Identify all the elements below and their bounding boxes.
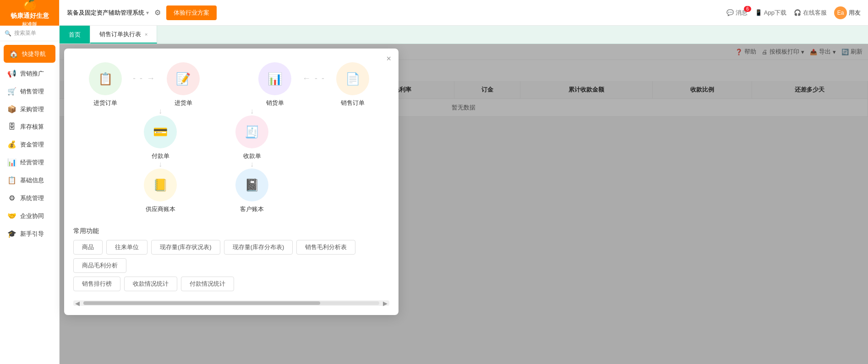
scrollbar-track xyxy=(83,301,379,305)
sidebar-item-finance[interactable]: 💰 资金管理 xyxy=(0,136,59,153)
sales-order-label: 销售订单 xyxy=(341,99,365,107)
settings-icon[interactable]: ⚙ xyxy=(154,8,161,17)
tab-close-icon[interactable]: × xyxy=(145,32,147,37)
payment-label: 付款单 xyxy=(152,152,169,160)
purchase-order-circle: 📋 xyxy=(89,62,122,95)
sidebar-label-system: 系统管理 xyxy=(20,194,44,202)
system-title-text: 装备及固定资产辅助管理系统 xyxy=(67,9,144,17)
flow-item-sales-bill[interactable]: 📊 销货单 xyxy=(247,62,302,107)
sidebar-item-enterprise[interactable]: 🤝 企业协同 xyxy=(0,207,59,225)
common-btn-stock-status[interactable]: 现存量(库存状况表) xyxy=(151,240,220,255)
arrow-down-receipt: ↓ xyxy=(224,160,279,168)
flow-item-sales-order-node[interactable]: 📄 销售订单 xyxy=(325,62,380,107)
flow-row-3: 💳 付款单 🧾 收款单 xyxy=(73,115,389,160)
app-download-btn[interactable]: 📱 App下载 xyxy=(755,9,786,17)
common-functions-section: 常用功能 商品 往来单位 现存量(库存状况表) 现存量(库存分布表) 销售毛利分… xyxy=(73,223,389,296)
scroll-right-icon[interactable]: ▶ xyxy=(381,300,389,307)
basic-icon: 📋 xyxy=(7,176,16,185)
sales-icon: 🛒 xyxy=(7,87,16,96)
purchase-bill-label: 进货单 xyxy=(175,99,192,107)
tab-sales-order[interactable]: 销售订单执行表 × xyxy=(90,26,157,43)
scrollbar-thumb xyxy=(83,301,320,305)
tab-home[interactable]: 首页 xyxy=(60,26,90,43)
common-btn-sales-rank[interactable]: 销售排行榜 xyxy=(73,277,120,291)
system-icon: ⚙ xyxy=(7,194,16,202)
sidebar-item-sales[interactable]: 🛒 销售管理 xyxy=(0,82,59,100)
purchase-icon: 📦 xyxy=(7,105,16,114)
try-btn[interactable]: 体验行业方案 xyxy=(166,5,217,20)
sidebar-item-operation[interactable]: 📊 经营管理 xyxy=(0,153,59,171)
search-icon: 🔍 xyxy=(5,30,11,37)
common-btn-stock-dist[interactable]: 现存量(库存分布表) xyxy=(224,240,293,255)
common-functions-title: 常用功能 xyxy=(73,227,389,235)
common-btn-goods-gross[interactable]: 商品毛利分析 xyxy=(73,258,126,273)
flow-section: 📋 进货订单 - - → 📝 进货单 📊 xyxy=(73,58,389,223)
modal-overlay: × 📋 进货订单 - - → 📝 进货单 xyxy=(60,44,868,364)
user-name: 用友 xyxy=(849,9,861,17)
guide-icon: 🎓 xyxy=(7,229,16,238)
online-service-btn[interactable]: 🎧 在线客服 xyxy=(794,9,827,17)
common-btn-goods[interactable]: 商品 xyxy=(73,240,103,255)
supplier-ledger-label: 供应商账本 xyxy=(146,205,175,213)
header-actions: 💬 消息 6 📱 App下载 🎧 在线客服 Ea 用友 xyxy=(726,6,861,19)
sidebar-label-inventory: 库存核算 xyxy=(20,123,44,131)
common-btn-receipt-stats[interactable]: 收款情况统计 xyxy=(124,277,177,291)
modal-close-btn[interactable]: × xyxy=(386,54,391,64)
scroll-left-icon[interactable]: ◀ xyxy=(73,300,82,307)
sales-order-tab-label: 销售订单执行表 xyxy=(99,30,141,38)
customer-ledger-circle: 📓 xyxy=(235,168,268,201)
online-service-label: 在线客服 xyxy=(803,9,827,17)
service-icon: 🎧 xyxy=(794,9,801,16)
flow-item-supplier-ledger[interactable]: 📒 供应商账本 xyxy=(133,168,188,213)
sidebar-label-sales: 销售管理 xyxy=(20,87,44,96)
arrow-down-purchase: ↓ xyxy=(133,107,188,115)
sidebar-item-purchase[interactable]: 📦 采购管理 xyxy=(0,100,59,118)
arrow-down-payment: ↓ xyxy=(133,160,188,168)
modal: × 📋 进货订单 - - → 📝 进货单 xyxy=(64,49,399,315)
common-buttons-row-1: 商品 往来单位 现存量(库存状况表) 现存量(库存分布表) 销售毛利分析表 商品… xyxy=(73,240,389,273)
flow-item-purchase-order[interactable]: 📋 进货订单 xyxy=(78,62,133,107)
common-btn-sales-gross[interactable]: 销售毛利分析表 xyxy=(296,240,355,255)
sidebar-item-system[interactable]: ⚙ 系统管理 xyxy=(0,189,59,207)
message-icon: 💬 xyxy=(726,9,734,16)
enterprise-icon: 🤝 xyxy=(7,212,16,220)
flow-row-5: 📒 供应商账本 📓 客户账本 xyxy=(73,168,389,213)
sidebar-item-quick-nav[interactable]: 🏠 快捷导航 xyxy=(4,45,55,63)
sidebar-item-basic[interactable]: 📋 基础信息 xyxy=(0,171,59,189)
arrow-down-sales: ↓ xyxy=(224,107,279,115)
common-btn-partner[interactable]: 往来单位 xyxy=(106,240,147,255)
sidebar-logo: 🍊 畅康通好生意 标准版 xyxy=(0,0,59,26)
logo-sub: 标准版 xyxy=(22,21,37,28)
message-btn[interactable]: 💬 消息 6 xyxy=(726,9,748,17)
sidebar-item-inventory[interactable]: 🗄 库存核算 xyxy=(0,118,59,136)
tab-bar: 首页 销售订单执行表 × xyxy=(60,26,868,44)
arrow-left-1: ← - - xyxy=(302,74,325,96)
finance-icon: 💰 xyxy=(7,140,16,149)
sales-order-circle: 📄 xyxy=(336,62,369,95)
flow-item-receipt[interactable]: 🧾 收款单 xyxy=(224,115,279,160)
app-download-label: App下载 xyxy=(764,9,786,17)
sidebar-item-guide[interactable]: 🎓 新手引导 xyxy=(0,225,59,243)
home-tab-label: 首页 xyxy=(69,31,81,39)
user-menu[interactable]: Ea 用友 xyxy=(834,6,861,19)
modal-scrollbar[interactable]: ◀ ▶ xyxy=(73,300,389,306)
search-label: 搜索菜单 xyxy=(14,29,36,37)
sales-bill-circle: 📊 xyxy=(258,62,291,95)
sidebar: 🍊 畅康通好生意 标准版 🔍 搜索菜单 🏠 快捷导航 📢 营销推广 🛒 销售管理… xyxy=(0,0,60,364)
sidebar-item-marketing[interactable]: 📢 营销推广 xyxy=(0,65,59,82)
common-btn-payment-stats[interactable]: 付款情况统计 xyxy=(181,277,234,291)
flow-item-customer-ledger[interactable]: 📓 客户账本 xyxy=(224,168,279,213)
dropdown-arrow-icon: ▾ xyxy=(146,10,149,16)
avatar-text: Ea xyxy=(837,10,844,16)
receipt-circle: 🧾 xyxy=(235,115,268,148)
customer-ledger-label: 客户账本 xyxy=(240,205,264,213)
header: 装备及固定资产辅助管理系统 ▾ ⚙ 体验行业方案 💬 消息 6 📱 App下载 … xyxy=(60,0,868,26)
sidebar-search[interactable]: 🔍 搜索菜单 xyxy=(0,26,59,41)
sidebar-label-enterprise: 企业协同 xyxy=(20,212,44,220)
common-buttons-row-2: 销售排行榜 收款情况统计 付款情况统计 xyxy=(73,277,389,291)
inventory-icon: 🗄 xyxy=(7,123,16,131)
flow-item-purchase-bill[interactable]: 📝 进货单 xyxy=(156,62,211,107)
flow-item-payment[interactable]: 💳 付款单 xyxy=(133,115,188,160)
system-title[interactable]: 装备及固定资产辅助管理系统 ▾ xyxy=(67,9,149,17)
receipt-label: 收款单 xyxy=(243,152,261,160)
